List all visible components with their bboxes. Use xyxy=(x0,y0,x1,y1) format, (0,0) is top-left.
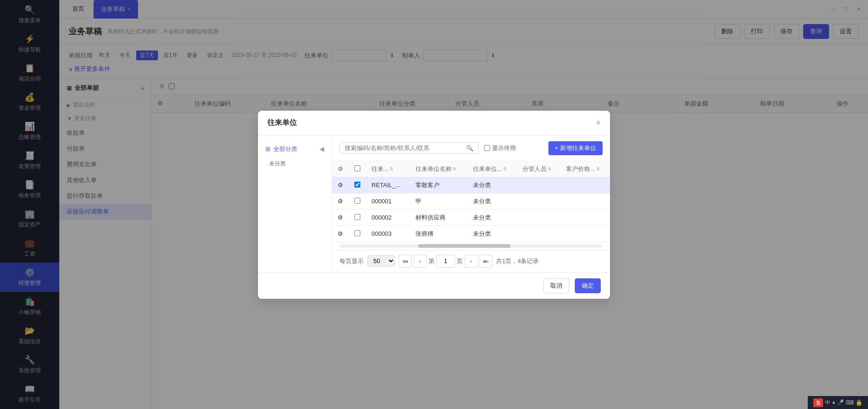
sort-icon: ⇅ xyxy=(453,166,456,171)
sort-icon: ⇅ xyxy=(390,166,393,171)
total-label: 共1页，4条记录 xyxy=(496,257,539,265)
show-disabled-text: 显示停用 xyxy=(492,144,516,152)
cell-name: 零散客户 xyxy=(410,177,467,193)
collapse-icon[interactable]: ◀ xyxy=(320,145,324,152)
th-category: 往来单位... ⇅ xyxy=(467,161,517,177)
cell-manager xyxy=(517,209,561,226)
page-size-label: 每页显示 xyxy=(340,257,364,265)
cell-checkbox xyxy=(349,193,366,209)
status-mic: 🎤 xyxy=(837,399,844,406)
status-logo: S xyxy=(813,398,823,407)
dialog-overlay[interactable]: 往来单位 × ⊞ 全部分类 ◀ 未分类 xyxy=(0,0,868,409)
status-cn: 中 xyxy=(825,399,830,407)
th-price: 客户价格... ⇅ xyxy=(560,161,610,177)
cell-name: 材料供应商 xyxy=(410,209,467,226)
sort-icon: ⇅ xyxy=(503,166,507,171)
dialog-category-unclassified[interactable]: 未分类 xyxy=(258,157,332,170)
cell-manager xyxy=(517,226,561,242)
dialog-left-panel: ⊞ 全部分类 ◀ 未分类 xyxy=(258,136,332,272)
sort-name[interactable]: 往来单位名称 ⇅ xyxy=(415,165,461,173)
cell-category: 未分类 xyxy=(467,177,517,193)
prev-page-button[interactable]: ‹ xyxy=(414,255,427,268)
cell-price xyxy=(560,177,610,193)
page-label: 页 xyxy=(457,257,463,265)
status-bar: S 中 ♦ 🎤 ⌨ 🔒 xyxy=(808,396,868,409)
cell-code: RETAIL_... xyxy=(366,177,410,193)
sort-icon: ⇅ xyxy=(547,166,551,171)
th-settings: ⚙ xyxy=(332,161,349,177)
th-code: 往来... ⇅ xyxy=(366,161,410,177)
th-name: 往来单位名称 ⇅ xyxy=(410,161,467,177)
page-word: 第 xyxy=(428,257,434,265)
cell-code: 000002 xyxy=(366,209,410,226)
dialog-table: ⚙ 往来... ⇅ 往来单位名 xyxy=(332,161,610,242)
horizontal-scrollbar[interactable] xyxy=(340,244,603,248)
partner-dialog: 往来单位 × ⊞ 全部分类 ◀ 未分类 xyxy=(258,111,610,299)
sort-manager[interactable]: 分管人员 ⇅ xyxy=(522,165,555,173)
confirm-button[interactable]: 确定 xyxy=(575,278,601,293)
first-page-button[interactable]: ⏮ xyxy=(399,255,412,268)
row-checkbox[interactable] xyxy=(354,198,360,204)
sort-icon: ⇅ xyxy=(596,166,600,171)
search-input-wrap: 🔍 xyxy=(340,142,478,154)
dialog-body: ⊞ 全部分类 ◀ 未分类 🔍 显示停用 xyxy=(258,136,610,272)
dialog-actions: 取消 确定 xyxy=(258,272,610,299)
cell-settings: ⚙ xyxy=(332,226,349,242)
status-lock: 🔒 xyxy=(855,399,862,406)
dialog-table-head: ⚙ 往来... ⇅ 往来单位名 xyxy=(332,161,610,177)
status-dot: ♦ xyxy=(832,399,835,406)
cell-settings: ⚙ xyxy=(332,177,349,193)
table-row[interactable]: ⚙ 000002 材料供应商 未分类 xyxy=(332,209,610,226)
row-checkbox[interactable] xyxy=(354,230,360,236)
sub-category-label: 未分类 xyxy=(269,160,286,167)
scrollbar-thumb[interactable] xyxy=(418,244,510,248)
cell-checkbox xyxy=(349,209,366,226)
cell-code: 000001 xyxy=(366,193,410,209)
page-nav: ⏮ ‹ 第 页 › ⏭ xyxy=(399,255,492,268)
row-checkbox[interactable] xyxy=(354,182,360,188)
cell-price xyxy=(560,193,610,209)
dialog-pagination: 每页显示 50 20 100 ⏮ ‹ 第 页 › ⏭ xyxy=(332,250,610,272)
table-select-all[interactable] xyxy=(354,165,360,171)
next-page-button[interactable]: › xyxy=(465,255,478,268)
partner-search-input[interactable] xyxy=(345,145,463,151)
cell-checkbox xyxy=(349,226,366,242)
add-partner-button[interactable]: + 新增往来单位 xyxy=(548,141,603,155)
sort-code[interactable]: 往来... ⇅ xyxy=(371,165,404,173)
sort-category[interactable]: 往来单位... ⇅ xyxy=(473,165,511,173)
cell-category: 未分类 xyxy=(467,226,517,242)
table-row[interactable]: ⚙ 000003 张师傅 未分类 xyxy=(332,226,610,242)
cell-category: 未分类 xyxy=(467,209,517,226)
table-row[interactable]: ⚙ RETAIL_... 零散客户 未分类 xyxy=(332,177,610,193)
cancel-button[interactable]: 取消 xyxy=(543,278,569,293)
th-checkbox xyxy=(349,161,366,177)
page-number-input[interactable] xyxy=(436,255,455,268)
show-disabled-label[interactable]: 显示停用 xyxy=(484,144,516,152)
category-label: 全部分类 xyxy=(273,145,297,153)
last-page-button[interactable]: ⏭ xyxy=(479,255,492,268)
cell-checkbox xyxy=(349,177,366,193)
cell-name: 甲 xyxy=(410,193,467,209)
table-row[interactable]: ⚙ 000001 甲 未分类 xyxy=(332,193,610,209)
cell-manager xyxy=(517,193,561,209)
th-manager: 分管人员 ⇅ xyxy=(517,161,561,177)
cell-manager xyxy=(517,177,561,193)
page-size-select[interactable]: 50 20 100 xyxy=(367,255,395,267)
dialog-header: 往来单位 × xyxy=(258,111,610,136)
cell-code: 000003 xyxy=(366,226,410,242)
row-checkbox[interactable] xyxy=(354,214,360,220)
dialog-title: 往来单位 xyxy=(267,118,297,128)
dialog-close-button[interactable]: × xyxy=(596,119,601,127)
sort-price[interactable]: 客户价格... ⇅ xyxy=(566,165,604,173)
grid-small-icon: ⊞ xyxy=(265,145,270,152)
dialog-category-all[interactable]: ⊞ 全部分类 ◀ xyxy=(258,141,332,157)
show-disabled-checkbox[interactable] xyxy=(484,145,490,151)
search-icon: 🔍 xyxy=(466,145,473,151)
cell-settings: ⚙ xyxy=(332,193,349,209)
dialog-right-panel: 🔍 显示停用 + 新增往来单位 ⚙ xyxy=(332,136,610,272)
dialog-table-body: ⚙ RETAIL_... 零散客户 未分类 ⚙ xyxy=(332,177,610,242)
status-keyboard: ⌨ xyxy=(846,399,854,406)
dialog-search-bar: 🔍 显示停用 + 新增往来单位 xyxy=(332,136,610,161)
cell-category: 未分类 xyxy=(467,193,517,209)
cell-name: 张师傅 xyxy=(410,226,467,242)
